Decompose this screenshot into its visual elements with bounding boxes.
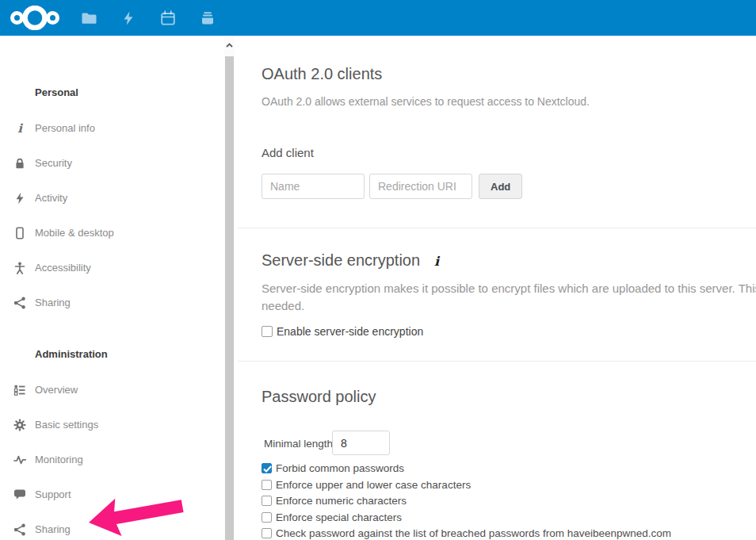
sidebar-item-basic-settings[interactable]: Basic settings xyxy=(0,408,224,442)
settings-main-content: OAuth 2.0 clients OAuth 2.0 allows exter… xyxy=(235,36,756,540)
info-icon[interactable]: i xyxy=(434,254,439,269)
share-icon xyxy=(13,523,26,536)
nextcloud-logo[interactable] xyxy=(9,6,61,33)
password-policy-title: Password policy xyxy=(262,388,376,406)
lightning-icon[interactable] xyxy=(120,10,136,26)
calendar-icon[interactable] xyxy=(160,10,176,26)
enforce-special-checkbox[interactable]: Enforce special characters xyxy=(262,510,402,524)
sidebar-item-support[interactable]: Support xyxy=(0,477,224,512)
pulse-icon xyxy=(13,454,26,466)
encryption-description-line1: Server-side encryption makes it possible… xyxy=(262,281,756,295)
sidebar-item-activity[interactable]: Activity xyxy=(0,181,224,216)
folder-icon[interactable] xyxy=(81,10,97,26)
encryption-description-line2: needed. xyxy=(262,299,304,312)
section-divider xyxy=(238,361,756,362)
oauth-section-title: OAuth 2.0 clients xyxy=(262,65,382,83)
add-client-button[interactable]: Add xyxy=(479,174,522,199)
share-icon xyxy=(13,297,26,309)
section-divider xyxy=(238,228,756,228)
phone-icon xyxy=(13,227,26,239)
info-icon: i xyxy=(13,122,26,135)
client-name-input[interactable] xyxy=(262,174,365,199)
enable-encryption-checkbox[interactable]: Enable server-side encryption xyxy=(262,324,423,339)
oauth-description: OAuth 2.0 allows external services to re… xyxy=(262,95,590,108)
scrollbar-up-arrow-icon[interactable] xyxy=(224,40,235,52)
settings-sidebar: Personal i Personal info Security Activi… xyxy=(0,36,224,540)
top-header-bar xyxy=(0,0,756,36)
sidebar-item-overview[interactable]: Overview xyxy=(0,373,224,408)
minimal-length-label: Minimal length xyxy=(264,438,333,450)
sidebar-item-mobile-desktop[interactable]: Mobile & desktop xyxy=(0,216,224,251)
section-header-personal: Personal xyxy=(35,86,78,98)
sidebar-item-sharing-personal[interactable]: Sharing xyxy=(0,285,224,320)
sidebar-item-personal-info[interactable]: i Personal info xyxy=(0,111,224,146)
sidebar-item-security-personal[interactable]: Security xyxy=(0,146,224,181)
section-header-administration: Administration xyxy=(35,348,108,360)
list-icon xyxy=(13,384,26,396)
forbid-common-passwords-checkbox[interactable]: Forbid common passwords xyxy=(262,461,404,475)
chat-icon xyxy=(13,488,26,501)
minimal-length-input[interactable] xyxy=(332,431,390,455)
checkbox-checked-icon[interactable] xyxy=(262,463,272,473)
sidebar-scrollbar[interactable] xyxy=(224,36,235,540)
add-client-label: Add client xyxy=(262,146,314,159)
encryption-section-title: Server-side encryptioni xyxy=(262,251,439,270)
accessibility-icon xyxy=(13,262,26,274)
gear-icon xyxy=(13,419,26,431)
enforce-numeric-checkbox[interactable]: Enforce numeric characters xyxy=(262,493,407,507)
lightning-icon xyxy=(13,192,26,205)
deck-icon[interactable] xyxy=(200,10,216,26)
checkbox-unchecked-icon[interactable] xyxy=(262,326,273,337)
lock-icon xyxy=(13,157,26,170)
check-breached-passwords-checkbox[interactable]: Check password against the list of breac… xyxy=(262,526,671,540)
sidebar-item-sharing-admin[interactable]: Sharing xyxy=(0,512,224,540)
checkbox-unchecked-icon[interactable] xyxy=(262,528,272,538)
sidebar-item-monitoring[interactable]: Monitoring xyxy=(0,442,224,477)
checkbox-unchecked-icon[interactable] xyxy=(262,496,272,506)
sidebar-item-accessibility[interactable]: Accessibility xyxy=(0,251,224,285)
scrollbar-thumb[interactable] xyxy=(225,56,234,540)
enforce-case-checkbox[interactable]: Enforce upper and lower case characters xyxy=(262,477,471,492)
checkbox-unchecked-icon[interactable] xyxy=(262,512,272,523)
redirection-uri-input[interactable] xyxy=(369,174,472,199)
checkbox-unchecked-icon[interactable] xyxy=(262,480,272,490)
